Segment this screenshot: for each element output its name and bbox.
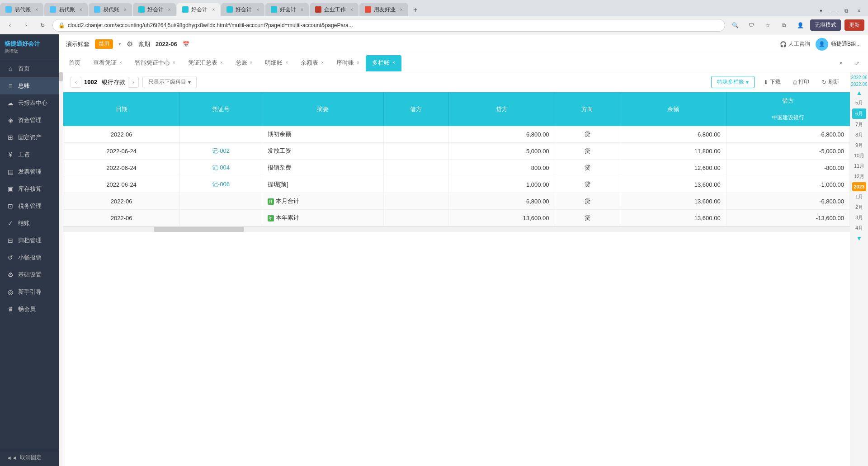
browser-tab-4[interactable]: 好会计 ×	[133, 3, 176, 16]
consult-button[interactable]: 🎧 人工咨询	[780, 40, 810, 48]
download-button[interactable]: ⬇ 下载	[760, 76, 784, 88]
nav-tab-voucher-close[interactable]: ×	[119, 60, 122, 65]
forward-button[interactable]: ›	[20, 19, 33, 32]
reload-button[interactable]: ↻	[36, 19, 49, 32]
badge-dropdown[interactable]: ▾	[118, 41, 121, 47]
month-2023-4[interactable]: 4月	[850, 223, 868, 233]
print-button[interactable]: ⎙ 打印	[790, 76, 813, 88]
filter-button[interactable]: 只显示下级科目 ▾	[142, 76, 197, 88]
sidebar-item-expense[interactable]: ↺ 小畅报销	[0, 249, 59, 266]
month-7[interactable]: 7月	[850, 119, 868, 130]
profile-button[interactable]: 👤	[794, 19, 807, 32]
month-2023-1[interactable]: 1月	[850, 192, 868, 202]
nav-tab-smart[interactable]: 智能凭证中心 ×	[128, 55, 182, 71]
nav-tab-summary-close[interactable]: ×	[220, 60, 223, 65]
tab-close-4[interactable]: ×	[168, 7, 171, 12]
scroll-down-button[interactable]: ▼	[850, 233, 868, 243]
browser-tab-7[interactable]: 好会计 ×	[265, 3, 309, 16]
sidebar-item-assets[interactable]: ⊞ 固定资产	[0, 129, 59, 146]
voucher-link[interactable]: 记-006	[212, 181, 230, 188]
nav-tab-balance-close[interactable]: ×	[321, 60, 324, 65]
tab-close-7[interactable]: ×	[301, 7, 303, 12]
next-account-button[interactable]: ›	[128, 77, 139, 88]
user-badge[interactable]: 👤 畅捷通B组...	[816, 38, 861, 51]
shield-button[interactable]: 🛡	[745, 19, 758, 32]
tab-close-1[interactable]: ×	[35, 7, 38, 12]
sidebar-item-member[interactable]: ♛ 畅会员	[0, 301, 59, 318]
sidebar-item-archive[interactable]: ⊟ 归档管理	[0, 232, 59, 249]
month-9[interactable]: 9月	[850, 140, 868, 151]
browser-tab-8[interactable]: 企业工作 ×	[310, 3, 359, 16]
star-button[interactable]: ☆	[761, 19, 774, 32]
nav-tab-general[interactable]: 总账 ×	[229, 55, 259, 71]
tab-close-2[interactable]: ×	[80, 7, 82, 12]
nav-tab-sequential-close[interactable]: ×	[357, 60, 359, 65]
bottom-scrollbar[interactable]	[63, 226, 850, 232]
expand-panel-button[interactable]: ⤢	[850, 56, 864, 71]
nav-tab-detail[interactable]: 明细账 ×	[259, 55, 294, 71]
browser-tab-5[interactable]: 好会计 ×	[177, 3, 220, 16]
sidebar-item-reports[interactable]: ☁ 云报表中心	[0, 94, 59, 112]
browser-tab-9[interactable]: 用友好业 ×	[359, 3, 408, 16]
browser-tab-3[interactable]: 易代账 ×	[89, 3, 132, 16]
browser-tab-6[interactable]: 好会计 ×	[221, 3, 264, 16]
nav-tab-multicolumn-close[interactable]: ×	[392, 60, 395, 65]
collapse-panel-button[interactable]: ×	[834, 56, 848, 71]
url-input[interactable]: 🔒 cloud2.chanjet.com/accounting/uh26t264…	[52, 19, 725, 32]
voucher-link[interactable]: 记-002	[212, 147, 230, 154]
nav-tab-voucher[interactable]: 查看凭证 ×	[87, 55, 128, 71]
month-11[interactable]: 11月	[850, 161, 868, 171]
tab-close-9[interactable]: ×	[400, 7, 403, 12]
back-button[interactable]: ‹	[4, 19, 16, 32]
wumouse-button[interactable]: 无痕模式	[810, 19, 841, 31]
prev-account-button[interactable]: ‹	[71, 77, 81, 88]
sidebar-item-funds[interactable]: ◈ 资金管理	[0, 112, 59, 129]
sidebar-pin-button[interactable]: ◄◄ 取消固定	[0, 449, 59, 466]
update-button[interactable]: 更新	[844, 19, 864, 31]
sidebar-item-home[interactable]: ⌂ 首页	[0, 60, 59, 77]
month-8[interactable]: 8月	[850, 130, 868, 140]
tab-close-3[interactable]: ×	[124, 7, 127, 12]
nav-tab-sequential[interactable]: 序时账 ×	[330, 55, 366, 71]
restore-button[interactable]: ⧉	[841, 5, 852, 16]
window-button[interactable]: ⧉	[778, 19, 790, 32]
voucher-link[interactable]: 记-004	[212, 164, 230, 171]
month-2023-3[interactable]: 3月	[850, 212, 868, 223]
nav-tab-multicolumn[interactable]: 多栏账 ×	[366, 55, 401, 71]
tab-close-5[interactable]: ×	[212, 7, 215, 12]
sidebar-item-guide[interactable]: ◎ 新手引导	[0, 283, 59, 301]
special-multicolumn-button[interactable]: 特殊多栏账 ▾	[711, 76, 755, 88]
month-12[interactable]: 12月	[850, 171, 868, 182]
sidebar-item-settings[interactable]: ⚙ 基础设置	[0, 266, 59, 283]
month-10[interactable]: 10月	[850, 151, 868, 161]
month-2023-2[interactable]: 2月	[850, 202, 868, 212]
calendar-icon[interactable]: 📅	[183, 41, 189, 47]
nav-tab-general-close[interactable]: ×	[250, 60, 253, 65]
sidebar-item-tax[interactable]: ⊡ 税务管理	[0, 198, 59, 215]
close-window-button[interactable]: ×	[854, 5, 864, 16]
refresh-button[interactable]: ↻ 刷新	[818, 76, 843, 88]
year-2023-badge[interactable]: 2023	[852, 182, 866, 191]
tab-close-8[interactable]: ×	[350, 7, 353, 12]
month-5[interactable]: 5月	[850, 98, 868, 108]
nav-tab-smart-close[interactable]: ×	[173, 60, 175, 65]
tab-dropdown-button[interactable]: ▾	[816, 5, 826, 16]
sidebar-item-inventory[interactable]: ▣ 库存核算	[0, 180, 59, 198]
browser-tab-1[interactable]: 易代账 ×	[0, 3, 43, 16]
sidebar-item-invoice[interactable]: ▤ 发票管理	[0, 163, 59, 180]
new-tab-button[interactable]: +	[409, 4, 422, 16]
minimize-button[interactable]: —	[828, 5, 839, 16]
scroll-up-button[interactable]: ▲	[850, 88, 868, 98]
month-6[interactable]: 6月	[852, 108, 866, 119]
tab-close-6[interactable]: ×	[256, 7, 259, 12]
sidebar-item-payroll[interactable]: ¥ 工资	[0, 146, 59, 163]
settings-gear-icon[interactable]: ⚙	[127, 40, 133, 48]
left-scrollbar[interactable]	[59, 72, 63, 466]
nav-tab-summary[interactable]: 凭证汇总表 ×	[182, 55, 229, 71]
nav-tab-detail-close[interactable]: ×	[285, 60, 288, 65]
browser-tab-2[interactable]: 易代账 ×	[44, 3, 88, 16]
sidebar-item-closing[interactable]: ✓ 结账	[0, 215, 59, 232]
search-button[interactable]: 🔍	[729, 19, 741, 32]
sidebar-item-ledger[interactable]: ≡ 总账	[0, 77, 59, 94]
nav-tab-home[interactable]: 首页	[62, 55, 87, 71]
